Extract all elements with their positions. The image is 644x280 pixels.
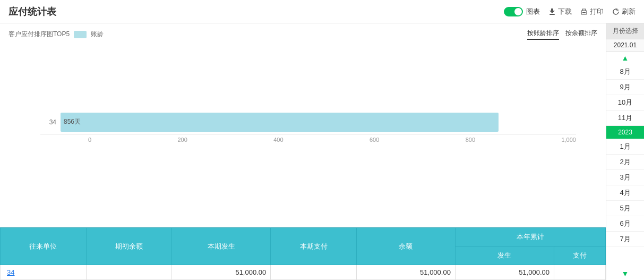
x-tick-600: 600 xyxy=(370,137,379,143)
refresh-label: 刷新 xyxy=(622,7,636,16)
col-current-occur: 本期发生 xyxy=(172,228,271,265)
print-label: 打印 xyxy=(590,7,604,16)
sidebar-year-marker: 2023 xyxy=(606,126,644,139)
toggle-label: 图表 xyxy=(526,7,540,16)
sidebar-month-8[interactable]: 8月 xyxy=(606,64,644,80)
toggle-track[interactable] xyxy=(504,7,523,16)
sidebar-month-1[interactable]: 1月 xyxy=(606,139,644,155)
main-content: 客户应付排序图TOP5 账龄 按账龄排序 按余额排序 34 856天 xyxy=(0,23,644,280)
svg-rect-2 xyxy=(582,12,586,13)
sidebar: 月份选择 2021.01 ▲ 8月 9月 10月 11月 2023 1月 2月 … xyxy=(606,23,644,280)
bar-row: 34 856天 xyxy=(40,113,576,132)
sidebar-next-button[interactable]: ▼ xyxy=(606,267,644,280)
print-button[interactable]: 打印 xyxy=(580,7,604,16)
col-ytd: 本年累计 xyxy=(455,228,605,247)
sidebar-month-9[interactable]: 9月 xyxy=(606,80,644,95)
sidebar-header: 月份选择 xyxy=(606,23,644,39)
x-tick-400: 400 xyxy=(273,137,283,143)
sidebar-month-4[interactable]: 4月 xyxy=(606,185,644,201)
data-table: 往来单位 期初余额 本期发生 本期支付 余额 本年累计 发生 支付 xyxy=(0,227,606,280)
cell-unit: 34 xyxy=(1,265,87,280)
x-axis: 0 200 400 600 800 1,000 xyxy=(40,134,576,143)
page-title: 应付统计表 xyxy=(8,5,56,18)
download-label: 下载 xyxy=(558,7,572,16)
x-tick-800: 800 xyxy=(466,137,475,143)
bar-days: 856天 xyxy=(64,117,81,126)
refresh-button[interactable]: 刷新 xyxy=(612,7,636,16)
bar-label: 34 xyxy=(40,118,56,126)
sort-by-balance-button[interactable]: 按余额排序 xyxy=(565,29,597,40)
sidebar-prev-button[interactable]: ▲ xyxy=(606,52,644,64)
legend-color-box xyxy=(74,31,87,38)
cell-ytd-pay xyxy=(554,265,605,280)
sidebar-month-6[interactable]: 6月 xyxy=(606,216,644,232)
unit-link[interactable]: 34 xyxy=(7,268,14,276)
table-row: 34 51,000.00 51,000.00 51,000.00 xyxy=(1,265,606,280)
chart-container: 客户应付排序图TOP5 账龄 按账龄排序 按余额排序 34 856天 xyxy=(0,23,606,227)
sidebar-month-7[interactable]: 7月 xyxy=(606,232,644,247)
table-section: 往来单位 期初余额 本期发生 本期支付 余额 本年累计 发生 支付 xyxy=(0,227,606,280)
col-ytd-occur: 发生 xyxy=(455,247,554,265)
refresh-icon xyxy=(612,8,620,15)
col-balance: 余额 xyxy=(356,228,455,265)
legend-title: 客户应付排序图TOP5 xyxy=(8,30,70,39)
chart-section: 客户应付排序图TOP5 账龄 按账龄排序 按余额排序 34 856天 xyxy=(0,23,606,280)
col-unit: 往来单位 xyxy=(1,228,87,265)
sidebar-month-3[interactable]: 3月 xyxy=(606,170,644,185)
sidebar-month-10[interactable]: 10月 xyxy=(606,95,644,111)
print-icon xyxy=(580,8,588,15)
bar-track: 856天 xyxy=(61,113,576,132)
legend-label: 账龄 xyxy=(91,30,104,39)
cell-balance: 51,000.00 xyxy=(356,265,455,280)
cell-current-pay xyxy=(271,265,357,280)
chart-toggle[interactable]: 图表 xyxy=(504,7,540,16)
x-tick-1000: 1,000 xyxy=(561,137,576,143)
sidebar-year: 2021.01 xyxy=(606,39,644,52)
download-button[interactable]: 下载 xyxy=(548,7,572,16)
col-current-pay: 本期支付 xyxy=(271,228,357,265)
sidebar-months: 8月 9月 10月 11月 2023 1月 2月 3月 4月 5月 6月 7月 xyxy=(606,64,644,267)
chart-legend: 客户应付排序图TOP5 账龄 xyxy=(8,30,104,39)
header-actions: 图表 下载 打印 刷新 xyxy=(504,7,636,16)
bar-chart: 34 856天 0 200 400 600 800 1,000 xyxy=(8,44,597,222)
sort-by-age-button[interactable]: 按账龄排序 xyxy=(527,29,559,40)
cell-ytd-occur: 51,000.00 xyxy=(455,265,554,280)
chart-header: 客户应付排序图TOP5 账龄 按账龄排序 按余额排序 xyxy=(8,29,597,40)
x-tick-200: 200 xyxy=(178,137,187,143)
svg-rect-0 xyxy=(549,14,555,15)
bar-fill: 856天 xyxy=(61,113,499,132)
x-tick-0: 0 xyxy=(88,137,91,143)
page-header: 应付统计表 图表 下载 打印 xyxy=(0,0,644,23)
col-ytd-pay: 支付 xyxy=(554,247,605,265)
chevron-down-icon: ▼ xyxy=(622,269,629,278)
chart-sort: 按账龄排序 按余额排序 xyxy=(527,29,597,40)
sidebar-month-11[interactable]: 11月 xyxy=(606,111,644,126)
cell-current-occur: 51,000.00 xyxy=(172,265,271,280)
toggle-thumb xyxy=(514,8,522,15)
sidebar-month-2[interactable]: 2月 xyxy=(606,155,644,170)
download-icon xyxy=(548,8,556,15)
col-opening: 期初余额 xyxy=(86,228,172,265)
chevron-up-icon: ▲ xyxy=(622,54,629,62)
cell-opening xyxy=(86,265,172,280)
sidebar-month-5[interactable]: 5月 xyxy=(606,201,644,216)
